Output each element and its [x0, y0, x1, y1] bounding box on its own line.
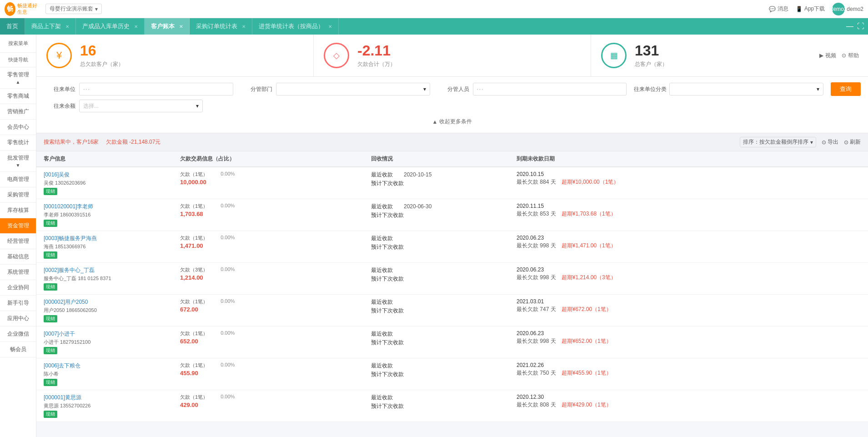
sidebar-item-wholesale-mgmt[interactable]: 批发管理 ▼	[0, 151, 36, 172]
sidebar-item-enterprise-wechat[interactable]: 企业微信	[0, 326, 36, 342]
sidebar-item-app-center[interactable]: 应用中心	[0, 311, 36, 326]
message-icon: 💬	[769, 6, 776, 12]
result-actions: 排序：按欠款金额倒序排序 ▾ ⊙ 导出 ⊙ 刷新	[740, 137, 861, 147]
minimize-icon[interactable]: —	[846, 22, 853, 30]
org-selector[interactable]: 母婴行业演示账套 ▾	[45, 4, 102, 14]
overdue-link-8[interactable]: 超期¥429.00（1笔）	[562, 402, 612, 408]
total-customers-label: 总客户（家）	[635, 60, 803, 68]
sidebar-item-marketing[interactable]: 营销推广	[0, 104, 36, 120]
sidebar-item-inventory[interactable]: 库存核算	[0, 203, 36, 218]
nav-right-icons: — ⛶	[846, 18, 868, 35]
card-icon-money: ¥	[45, 42, 73, 69]
sidebar-item-purchase[interactable]: 采购管理	[0, 187, 36, 203]
collection-info-7: 最近收款 预计下次收款	[371, 362, 517, 386]
tab-purchase-stats[interactable]: 采购订单统计表 ✕	[190, 18, 252, 35]
customer-info-5: [000002]用户2050 用户2050 18665062050 现销	[44, 298, 180, 322]
table-row: [000002]用户2050 用户2050 18665062050 现销 欠款（…	[36, 295, 868, 326]
debt-total-label: 欠款合计（万）	[357, 60, 582, 68]
customer-phone-8: 黄思源 13552700226	[44, 402, 180, 409]
collapse-filter-btn[interactable]: ▲ 收起更多条件	[44, 116, 861, 127]
video-btn[interactable]: ▶ 视频	[819, 52, 836, 60]
sidebar-item-finance[interactable]: 资金管理	[0, 218, 36, 234]
customer-name-1[interactable]: [0016]吴俊	[44, 171, 180, 179]
tab-purchase-product-stats[interactable]: 进货单统计表（按商品） ✕	[252, 18, 339, 35]
filter-balance: 往来余额 选择... ▾	[44, 100, 203, 112]
close-icon[interactable]: ✕	[65, 24, 69, 29]
close-icon[interactable]: ✕	[328, 24, 332, 29]
overdue-link-6[interactable]: 超期¥652.00（1笔）	[562, 338, 612, 344]
customer-name-2[interactable]: [0001020001]李老师	[44, 203, 180, 211]
total-customers-number: 131	[635, 43, 803, 59]
manager-input[interactable]: ···	[473, 83, 627, 95]
sidebar-item-basic-info[interactable]: 基础信息	[0, 249, 36, 265]
overdue-link-1[interactable]: 超期¥10,000.00（1笔）	[562, 179, 619, 185]
customer-name-5[interactable]: [000002]用户2050	[44, 298, 180, 306]
status-badge-3: 现销	[44, 251, 57, 259]
sidebar-item-member-pro[interactable]: 畅会员	[0, 342, 36, 357]
maximize-icon[interactable]: ⛶	[857, 22, 864, 30]
card-actions: ▶ 视频 ⊙ 帮助	[819, 52, 859, 60]
category-input[interactable]: ▾	[669, 83, 823, 95]
counterpart-input[interactable]: ···	[79, 83, 233, 95]
table-row: [0007]小进干 小进干 18279152100 现销 欠款（1笔） 652.…	[36, 326, 868, 358]
quick-nav-btn[interactable]: 快捷导航	[0, 53, 36, 67]
table-row: [0003]畅捷服务尹海燕 海燕 18513066976 现销 欠款（1笔） 1…	[36, 231, 868, 263]
summary-card-total-customers: ▦ 131 总客户（家） ▶ 视频 ⊙ 帮助	[591, 35, 868, 76]
collection-info-8: 最近收款 预计下次收款	[371, 394, 517, 418]
card-icon-diamond: ◇	[323, 42, 350, 69]
tab-product-listing[interactable]: 商品上下架 ✕	[25, 18, 76, 35]
sidebar-item-ecommerce[interactable]: 电商管理	[0, 172, 36, 187]
filter-label-balance: 往来余额	[44, 102, 75, 110]
customer-name-4[interactable]: [0002]服务中心_丁磊	[44, 266, 180, 274]
chevron-down-icon: ▾	[817, 86, 819, 92]
chevron-down-icon: ▼	[16, 163, 20, 168]
debt-info-1: 欠款（1笔） 10,000.00 0.00%	[180, 171, 371, 195]
overdue-link-7[interactable]: 超期¥455.90（1笔）	[562, 370, 612, 376]
sidebar-item-retail-mall[interactable]: 零售商城	[0, 89, 36, 104]
filter-area: 往来单位 ··· 分管部门 ▾ 分管人员 ···	[36, 77, 868, 133]
message-btn[interactable]: 💬 消息	[769, 5, 788, 13]
sidebar-item-member[interactable]: 会员中心	[0, 120, 36, 135]
overdue-link-5[interactable]: 超期¥672.00（1笔）	[562, 306, 612, 312]
customer-name-7[interactable]: [0006]去下粮仓	[44, 362, 180, 370]
table-row: [0006]去下粮仓 陈小希 现销 欠款（1笔） 455.90 0.00% 最近…	[36, 358, 868, 390]
customer-name-8[interactable]: [000001]黄思源	[44, 394, 180, 402]
sort-select[interactable]: 排序：按欠款金额倒序排序 ▾	[740, 137, 816, 147]
sidebar-item-newbie-guide[interactable]: 新手引导	[0, 296, 36, 311]
refresh-btn[interactable]: ⊙ 刷新	[844, 138, 861, 146]
sidebar-item-system[interactable]: 系统管理	[0, 265, 36, 280]
close-icon[interactable]: ✕	[134, 24, 138, 29]
tab-product-history[interactable]: 产成品入库单历史 ✕	[76, 18, 145, 35]
sidebar-item-retail-stats[interactable]: 零售统计	[0, 135, 36, 151]
close-icon[interactable]: ✕	[179, 24, 183, 29]
overdue-link-4[interactable]: 超期¥1,214.00（3笔）	[562, 274, 616, 281]
search-menu-btn[interactable]: 搜索菜单	[0, 35, 36, 53]
tab-customer-ledger[interactable]: 客户账本 ✕	[145, 18, 190, 35]
top-bar: 畅 畅捷通好生意 母婴行业演示账套 ▾ 💬 消息 📱 App下载 demo2 d…	[0, 0, 868, 18]
debt-info-7: 欠款（1笔） 455.90 0.00%	[180, 362, 371, 386]
app-download-btn[interactable]: 📱 App下载	[796, 5, 825, 13]
tab-home[interactable]: 首页	[0, 18, 25, 35]
help-btn[interactable]: ⊙ 帮助	[842, 52, 859, 60]
sidebar-item-retail-mgmt[interactable]: 零售管理 ▲	[0, 67, 36, 89]
export-btn[interactable]: ⊙ 导出	[822, 138, 838, 146]
table-header: 客户信息 欠款交易信息（占比） 回收情况 到期未收款日期	[36, 151, 868, 167]
debt-info-3: 欠款（1笔） 1,471.00 0.00%	[180, 235, 371, 259]
content-area: ¥ 16 总欠款客户（家） ◇ -2.11 欠款合计（万） ▦	[36, 35, 868, 437]
department-input[interactable]: ▾	[276, 83, 430, 95]
user-avatar[interactable]: demo2 demo2	[832, 3, 863, 15]
filter-department: 分管部门 ▾	[241, 83, 430, 95]
top-right: 💬 消息 📱 App下载 demo2 demo2	[769, 3, 863, 15]
balance-input[interactable]: 选择... ▾	[79, 100, 203, 112]
customer-phone-7: 陈小希	[44, 371, 180, 377]
search-button[interactable]: 查询	[831, 82, 861, 96]
sidebar-item-enterprise-collab[interactable]: 企业协同	[0, 280, 36, 296]
sidebar-item-operations[interactable]: 经营管理	[0, 234, 36, 249]
close-icon[interactable]: ✕	[242, 24, 246, 29]
customer-name-6[interactable]: [0007]小进干	[44, 330, 180, 338]
overdue-link-3[interactable]: 超期¥1,471.00（1笔）	[562, 242, 616, 249]
collapse-icon: ▲	[432, 119, 438, 125]
overdue-link-2[interactable]: 超期¥1,703.68（1笔）	[562, 211, 616, 217]
chevron-down-icon: ▾	[423, 86, 426, 92]
customer-name-3[interactable]: [0003]畅捷服务尹海燕	[44, 235, 180, 242]
